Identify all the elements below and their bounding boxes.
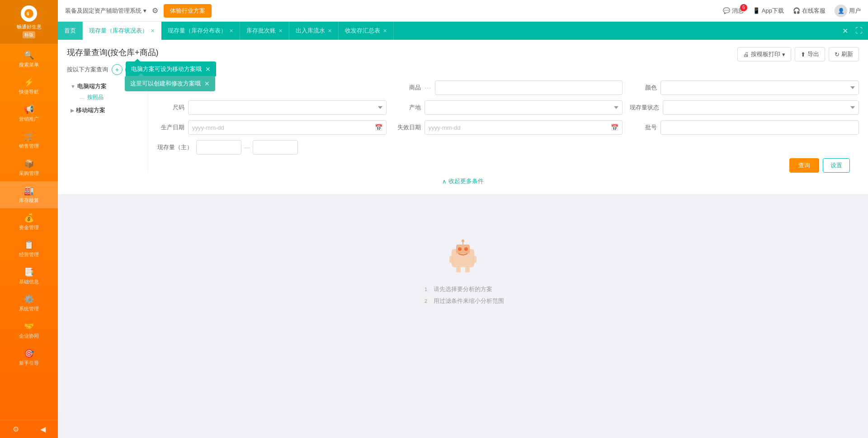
tab-batch-account[interactable]: 库存批次账 ✕: [240, 22, 289, 40]
refresh-btn[interactable]: ↻ 刷新: [829, 47, 859, 61]
tip-num-2: 2: [422, 297, 430, 305]
goods-input[interactable]: [435, 80, 623, 95]
sidebar-item-operations[interactable]: 📋 经营管理: [0, 235, 58, 263]
user-area[interactable]: 👤 用户: [835, 5, 861, 17]
empty-state: 1 请先选择要分析的方案 2 用过滤条件来缩小分析范围: [58, 195, 868, 345]
search-btns: 查询 设置: [157, 158, 859, 173]
sidebar-item-guide[interactable]: 🎯 新手引导: [0, 344, 58, 371]
sidebar-item-label: 经营管理: [19, 251, 39, 258]
sidebar-settings-btn[interactable]: ⚙: [13, 425, 19, 433]
message-badge: 6: [740, 4, 747, 11]
setting-btn[interactable]: 设置: [823, 158, 850, 173]
tab-close-all-btn[interactable]: ✕: [840, 25, 850, 37]
svg-rect-9: [465, 266, 470, 273]
sidebar-item-enterprise[interactable]: 🤝 企业协同: [0, 317, 58, 344]
tab-in-out-flow[interactable]: 出入库流水 ✕: [289, 22, 339, 40]
sidebar-item-quicknav[interactable]: ⚡ 快捷导航: [0, 73, 58, 100]
sidebar-item-inventory[interactable]: 🏭 库存核算: [0, 181, 58, 208]
service-label: 在线客服: [802, 7, 826, 15]
marketing-icon: 📢: [24, 104, 34, 114]
template-print-btn[interactable]: 🖨 按模板打印 ▾: [737, 47, 791, 61]
logo-text: 畅通好生意: [17, 24, 42, 30]
scheme-popup-close-btn[interactable]: ✕: [205, 66, 211, 73]
goods-dots-icon[interactable]: ···: [425, 83, 431, 93]
pc-scheme-child[interactable]: — 按照品: [76, 92, 144, 103]
status-select[interactable]: [663, 100, 859, 115]
range-sep: —: [244, 144, 250, 151]
exp-date-input[interactable]: yyyy-mm-dd 📅: [425, 120, 623, 135]
origin-label: 产地: [394, 104, 421, 112]
batch-label: 批号: [630, 123, 657, 132]
sidebar-item-finance[interactable]: 💰 资金管理: [0, 208, 58, 235]
industry-btn[interactable]: 体验行业方案: [164, 4, 212, 18]
origin-select[interactable]: [425, 100, 623, 115]
app-download-btn[interactable]: 📱 App下载: [753, 7, 784, 15]
pc-scheme-label: 电脑端方案: [77, 82, 107, 90]
settings-icon[interactable]: ⚙: [152, 6, 158, 15]
tab-close-icon[interactable]: ✕: [151, 28, 155, 34]
tab-close-icon[interactable]: ✕: [229, 28, 233, 34]
system-name-dropdown[interactable]: 装备及固定资产辅助管理系统 ▾: [65, 7, 146, 15]
tabbar-right: ✕ ⛶: [840, 25, 868, 37]
refresh-label: 刷新: [841, 50, 853, 58]
app-icon: 📱: [753, 7, 760, 14]
pc-scheme-arrow: ▼: [71, 84, 75, 89]
sidebar-item-basic[interactable]: 📑 基础信息: [0, 263, 58, 290]
system-name: 装备及固定资产辅助管理系统: [65, 7, 142, 15]
scheme-edit-close-btn[interactable]: ✕: [204, 80, 210, 87]
sidebar-item-label: 销售管理: [19, 143, 39, 150]
print-icon: 🖨: [743, 51, 749, 58]
color-select[interactable]: [660, 80, 859, 95]
filter-row-3: 生产日期 yyyy-mm-dd 📅 失效日期 yyyy-mm-dd 📅: [157, 120, 859, 135]
export-btn[interactable]: ⬆ 导出: [795, 47, 825, 61]
search-icon: 🔍: [24, 50, 34, 60]
child-icon: —: [80, 95, 85, 100]
filter-row-2: 尺码 产地 现存量状态: [157, 100, 859, 115]
refresh-icon: ↻: [835, 51, 840, 58]
sidebar-collapse-btn[interactable]: ◀: [40, 425, 46, 433]
exp-date-placeholder: yyyy-mm-dd: [429, 124, 461, 131]
page-actions: 🖨 按模板打印 ▾ ⬆ 导出 ↻ 刷新: [737, 47, 859, 61]
user-name: 用户: [849, 7, 861, 15]
filter-item-size: 尺码: [157, 100, 387, 115]
tab-maximize-btn[interactable]: ⛶: [854, 25, 864, 37]
svg-point-4: [458, 247, 462, 251]
qty-min-input[interactable]: [196, 140, 241, 155]
export-icon: ⬆: [801, 51, 806, 58]
message-btn[interactable]: 💬 消息 6: [723, 7, 744, 15]
topbar-left: 装备及固定资产辅助管理系统 ▾ ⚙ 体验行业方案: [65, 4, 212, 18]
empty-tip-1: 1 请先选择要分析的方案: [422, 285, 504, 293]
sidebar-item-marketing[interactable]: 📢 营销推广: [0, 100, 58, 127]
sidebar-item-purchase[interactable]: 📦 采购管理: [0, 154, 58, 181]
size-select[interactable]: [188, 100, 387, 115]
collapse-bar[interactable]: ∧ 收起更多条件: [67, 173, 859, 187]
tab-inventory-status[interactable]: 现存量（库存状况表） ✕: [83, 22, 161, 40]
batch-input[interactable]: [660, 120, 859, 135]
search-btn[interactable]: 查询: [789, 158, 819, 173]
qty-range: —: [196, 140, 859, 155]
filter-row-1: 商品 ··· 颜色: [157, 80, 859, 95]
sidebar-item-system[interactable]: ⚙️ 系统管理: [0, 290, 58, 317]
filter-item-color: 颜色: [630, 80, 859, 95]
dropdown-icon: ▾: [782, 51, 785, 58]
tab-collect-summary[interactable]: 收发存汇总表 ✕: [339, 22, 394, 40]
tab-close-icon[interactable]: ✕: [278, 28, 283, 34]
tab-close-icon[interactable]: ✕: [328, 28, 332, 34]
sidebar-item-search[interactable]: 🔍 搜索菜单: [0, 46, 58, 73]
scheme-tree: ▼ 电脑端方案 — 按照品 ▶ 移动端方案: [67, 80, 148, 173]
filter-item-status: 现存量状态: [630, 100, 859, 115]
sidebar-item-sales[interactable]: 🛒 销售管理: [0, 127, 58, 154]
tab-home[interactable]: 首页: [58, 22, 83, 40]
qty-max-input[interactable]: [253, 140, 298, 155]
add-scheme-btn[interactable]: +: [112, 64, 123, 75]
filter-item-prod-date: 生产日期 yyyy-mm-dd 📅: [157, 120, 387, 135]
service-icon: 🎧: [793, 7, 800, 14]
calendar-icon: 📅: [375, 124, 382, 131]
tip-text-1: 请先选择要分析的方案: [434, 285, 492, 293]
mobile-scheme-group[interactable]: ▶ 移动端方案: [67, 104, 144, 116]
online-service-btn[interactable]: 🎧 在线客服: [793, 7, 826, 15]
prod-date-input[interactable]: yyyy-mm-dd 📅: [188, 120, 387, 135]
tab-inventory-dist[interactable]: 现存量（库存分布表） ✕: [161, 22, 240, 40]
tab-close-icon[interactable]: ✕: [383, 28, 387, 34]
sidebar-item-label: 系统管理: [19, 306, 39, 312]
